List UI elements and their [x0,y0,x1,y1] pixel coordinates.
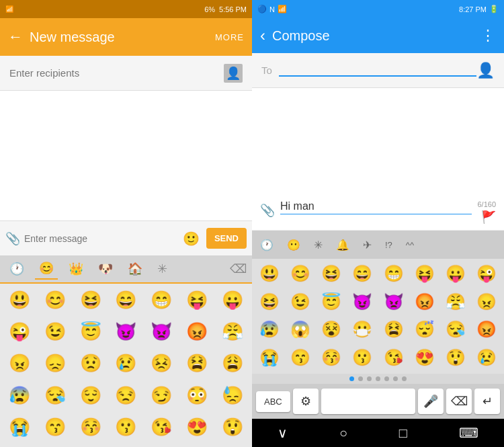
list-item[interactable]: 😉 [38,318,73,345]
list-item[interactable]: 😇 [73,318,108,345]
emoji-tab-animals[interactable]: 🐶 [94,259,117,279]
list-item[interactable]: 😰 [254,317,284,342]
list-item[interactable]: 😝 [409,261,439,286]
attach-icon-right[interactable]: 📎 [260,203,275,218]
abc-button[interactable]: ABC [256,391,290,412]
list-item[interactable]: 😁 [378,261,409,286]
list-item[interactable]: 😘 [144,414,179,441]
list-item[interactable]: 😄 [347,261,378,286]
right-menu-button[interactable]: ⋮ [480,27,496,44]
contact-picker-icon[interactable]: 👤 [224,64,243,83]
list-item[interactable]: 😓 [215,382,249,409]
mic-button[interactable]: 🎤 [418,389,444,414]
list-item[interactable]: 😢 [109,350,143,377]
list-item[interactable]: 😚 [317,345,347,370]
list-item[interactable]: 😠 [3,350,37,377]
list-item[interactable]: 😙 [38,414,73,441]
list-item[interactable]: 😍 [409,345,439,370]
list-item[interactable]: 😊 [38,286,73,313]
nav-home-button[interactable]: ○ [339,425,347,441]
list-item[interactable]: 😱 [285,317,315,342]
right-tab-punctuation[interactable]: !? [381,237,396,253]
list-item[interactable]: 😊 [285,261,315,286]
list-item[interactable]: 👿 [144,318,179,345]
recipient-input[interactable] [9,67,224,79]
list-item[interactable]: 😷 [347,317,378,342]
enter-button[interactable]: ↵ [474,389,500,414]
emoji-tab-recent[interactable]: 🕐 [5,259,28,279]
list-item[interactable]: 😰 [3,382,37,409]
list-item[interactable]: 😣 [144,350,179,377]
list-item[interactable]: 😠 [472,289,502,315]
emoji-button[interactable]: 🙂 [181,228,202,249]
list-item[interactable]: 😃 [254,261,284,286]
list-item[interactable]: 😜 [472,261,502,286]
list-item[interactable]: 😚 [73,414,108,441]
list-item[interactable]: 😆 [317,261,347,286]
list-item[interactable]: 😙 [285,345,315,370]
list-item[interactable]: 😄 [109,286,143,313]
settings-key[interactable]: ⚙ [293,389,319,414]
list-item[interactable]: 😡 [409,289,439,315]
list-item[interactable]: 😢 [472,345,502,370]
list-item[interactable]: 😪 [441,317,471,342]
list-item[interactable]: 😩 [215,350,249,377]
emoji-delete-button[interactable]: ⌫ [230,261,247,276]
list-item[interactable]: 😭 [3,414,37,441]
list-item[interactable]: 😞 [38,350,73,377]
list-item[interactable]: 😇 [317,289,347,315]
list-item[interactable]: 😤 [215,318,249,345]
list-item[interactable]: 😭 [254,345,284,370]
list-item[interactable]: 😛 [441,261,471,286]
list-item[interactable]: 😳 [180,382,214,409]
list-item[interactable]: 😆 [73,286,108,313]
list-item[interactable]: 😈 [347,289,378,315]
contact-icon-right[interactable]: 👤 [476,62,495,79]
list-item[interactable]: 😏 [144,382,179,409]
list-item[interactable]: 😒 [109,382,143,409]
left-more-button[interactable]: MORE [215,32,244,42]
nav-keyboard-button[interactable]: ⌨ [459,425,478,441]
right-back-button[interactable]: ‹ [260,26,265,45]
list-item[interactable]: 😲 [215,414,249,441]
right-tab-travel[interactable]: ✈ [359,236,376,254]
list-item[interactable]: 😴 [409,317,439,342]
to-input[interactable] [279,64,476,77]
list-item[interactable]: 😟 [73,350,108,377]
right-tab-symbols[interactable]: ✳ [310,236,327,254]
list-item[interactable]: 😫 [180,350,214,377]
list-item[interactable]: 😛 [215,286,249,313]
right-tab-recent[interactable]: 🕐 [256,236,278,254]
list-item[interactable]: 😉 [285,289,315,315]
list-item[interactable]: 😆 [254,289,284,315]
emoji-tab-symbols[interactable]: ✳ [153,259,171,279]
list-item[interactable]: 😝 [180,286,214,313]
list-item[interactable]: 😍 [180,414,214,441]
list-item[interactable]: 😁 [144,286,179,313]
emoji-tab-smileys[interactable]: 😊 [35,258,58,280]
list-item[interactable]: 😃 [3,286,37,313]
list-item[interactable]: 😫 [378,317,409,342]
list-item[interactable]: 😵 [317,317,347,342]
list-item[interactable]: 😌 [73,382,108,409]
list-item[interactable]: 😜 [3,318,37,345]
compose-text[interactable]: Hi man [280,200,472,214]
spacebar-button[interactable] [321,389,415,414]
list-item[interactable]: 😤 [441,289,471,315]
list-item[interactable]: 😈 [109,318,143,345]
list-item[interactable]: 😡 [180,318,214,345]
nav-recent-button[interactable]: □ [399,425,407,441]
list-item[interactable]: 😲 [441,345,471,370]
right-tab-bell[interactable]: 🔔 [332,236,353,254]
attach-icon[interactable]: 📎 [5,231,20,246]
right-tab-misc[interactable]: ^^ [402,237,418,253]
list-item[interactable]: 😪 [38,382,73,409]
list-item[interactable]: 😗 [347,345,378,370]
nav-back-button[interactable]: ∨ [278,425,288,441]
emoji-tab-crown[interactable]: 👑 [65,259,87,279]
backspace-button[interactable]: ⌫ [446,389,472,414]
list-item[interactable]: 😘 [378,345,409,370]
right-tab-smileys[interactable]: 😶 [283,236,304,254]
send-button[interactable]: SEND [206,228,247,249]
list-item[interactable]: 👿 [378,289,409,315]
